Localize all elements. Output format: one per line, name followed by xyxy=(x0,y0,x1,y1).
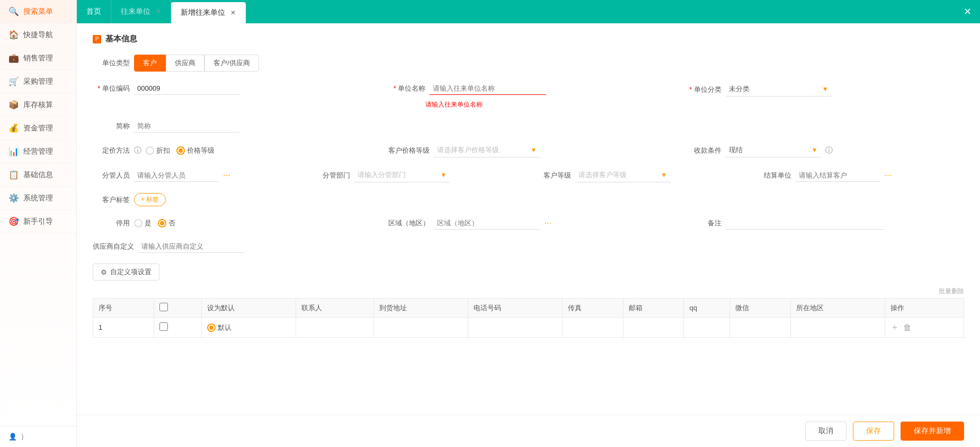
row-wechat xyxy=(730,318,791,338)
row-contact xyxy=(296,318,373,338)
sidebar-item-guide[interactable]: 🎯 新手引导 xyxy=(0,210,76,233)
home-icon: 🏠 xyxy=(8,30,19,40)
tab-bar: 首页 往来单位 ✕ 新增往来单位 ✕ ✕ xyxy=(77,0,980,23)
customer-level-label: 客户等级 xyxy=(534,171,571,180)
disabled-radio-group: 是 否 xyxy=(134,218,175,228)
unit-name-label: 单位名称 xyxy=(388,84,425,93)
sidebar-item-basic[interactable]: 📋 基础信息 xyxy=(0,163,76,187)
supplier-custom-input[interactable] xyxy=(138,240,244,253)
col-default: 设为默认 xyxy=(202,299,296,318)
sidebar-item-system[interactable]: ⚙️ 系统管理 xyxy=(0,187,76,210)
section-title: 基本信息 xyxy=(105,34,137,44)
customer-tag-label: 客户标签 xyxy=(93,195,130,205)
sidebar-item-finance[interactable]: 💰 资金管理 xyxy=(0,117,76,140)
tab-home[interactable]: 首页 xyxy=(77,0,111,23)
region-dots-btn[interactable]: ··· xyxy=(544,218,551,228)
settlement-dots-btn[interactable]: ··· xyxy=(885,171,892,180)
level-radio-circle xyxy=(176,146,185,155)
type-btn-supplier[interactable]: 供应商 xyxy=(166,55,204,72)
customer-level-group: 客户等级 请选择客户等级 ▼ xyxy=(534,168,744,182)
region-label: 区域（地区） xyxy=(388,218,430,228)
sidebar: 🔍 搜索菜单 🏠 快捷导航 💼 销售管理 🛒 采购管理 📦 库存核算 💰 资金管… xyxy=(0,0,77,447)
col-fax: 传真 xyxy=(563,299,623,318)
search-icon: 🔍 xyxy=(8,6,19,16)
payment-info-icon[interactable]: ⓘ xyxy=(825,146,833,155)
disabled-no-radio[interactable]: 否 xyxy=(158,218,175,228)
unit-code-label: 单位编码 xyxy=(93,84,130,93)
unit-code-group: 单位编码 xyxy=(93,82,372,95)
row-add-button[interactable]: ＋ xyxy=(890,322,899,333)
default-radio[interactable]: 默认 xyxy=(207,323,290,332)
save-button[interactable]: 保存 xyxy=(853,422,894,441)
guide-icon: 🎯 xyxy=(8,216,19,226)
custom-settings-button[interactable]: ⚙ 自定义项设置 xyxy=(93,264,159,281)
pricing-info-icon[interactable]: ⓘ xyxy=(134,146,141,155)
pricing-level-radio[interactable]: 价格等级 xyxy=(176,146,215,155)
cancel-button[interactable]: 取消 xyxy=(805,422,847,441)
save-add-button[interactable]: 保存并新增 xyxy=(901,422,964,441)
dept-arrow-icon: ▼ xyxy=(440,171,447,179)
unit-name-input[interactable] xyxy=(430,82,546,95)
section-header: P 基本信息 xyxy=(93,34,964,44)
sidebar-item-inventory[interactable]: 📦 库存核算 xyxy=(0,93,76,117)
select-all-checkbox[interactable] xyxy=(159,303,168,311)
disabled-yes-radio[interactable]: 是 xyxy=(134,218,152,228)
short-name-input[interactable] xyxy=(134,120,240,133)
pricing-row: 定价方法 ⓘ 折扣 价格等级 客户价格等级 请选择客户价格等级 xyxy=(93,143,964,157)
department-select[interactable]: 请输入分管部门 ▼ xyxy=(354,168,450,182)
category-arrow-icon: ▼ xyxy=(822,85,828,93)
system-icon: ⚙️ xyxy=(8,193,19,203)
window-close-button[interactable]: ✕ xyxy=(955,0,980,23)
row-action-buttons: ＋ 🗑 xyxy=(890,322,958,333)
sales-icon: 💼 xyxy=(8,53,19,63)
no-radio-circle xyxy=(158,219,166,227)
unit-category-select[interactable]: 未分类 ▼ xyxy=(726,82,832,97)
tab-new-partner-close[interactable]: ✕ xyxy=(230,9,236,16)
yes-radio-circle xyxy=(134,219,142,227)
unit-main-row: 单位编码 单位名称 请输入往来单位名称 单位分类 未分类 ▼ xyxy=(93,82,964,109)
short-name-row: 简称 xyxy=(93,120,964,133)
short-name-group: 简称 xyxy=(93,120,964,133)
settings-gear-icon: ⚙ xyxy=(101,268,107,276)
col-phone: 电话号码 xyxy=(468,299,562,318)
settlement-unit-input[interactable] xyxy=(796,169,880,182)
disabled-row: 停用 是 否 区域（地区） ··· 备注 xyxy=(93,217,964,230)
sidebar-item-shortcut[interactable]: 🏠 快捷导航 xyxy=(0,23,76,47)
region-group: 区域（地区） ··· xyxy=(388,217,668,230)
manager-input[interactable] xyxy=(134,169,219,182)
add-tag-button[interactable]: + 标签 xyxy=(134,193,166,206)
pricing-method-label: 定价方法 xyxy=(93,146,130,155)
form-content: P 基本信息 单位类型 客户 供应商 客户/供应商 单位编码 单位名称 xyxy=(77,23,980,415)
row-checkbox[interactable] xyxy=(159,322,168,331)
type-btn-customer[interactable]: 客户 xyxy=(134,55,166,72)
col-address: 到货地址 xyxy=(373,299,468,318)
batch-delete-button[interactable]: 批量删除 xyxy=(939,287,964,296)
sidebar-item-operation[interactable]: 📊 经营管理 xyxy=(0,140,76,163)
customer-price-level-select[interactable]: 请选择客户价格等级 ▼ xyxy=(434,143,540,157)
pricing-discount-radio[interactable]: 折扣 xyxy=(146,146,170,155)
default-radio-circle xyxy=(207,323,216,332)
inventory-icon: 📦 xyxy=(8,100,19,110)
payment-terms-select[interactable]: 现结 ▼ xyxy=(726,143,821,157)
region-input[interactable] xyxy=(434,217,540,230)
type-btn-both[interactable]: 客户/供应商 xyxy=(204,55,259,72)
unit-type-group: 单位类型 客户 供应商 客户/供应商 xyxy=(93,55,964,72)
payment-terms-label: 收款条件 xyxy=(684,146,721,155)
sidebar-item-purchase[interactable]: 🛒 采购管理 xyxy=(0,70,76,93)
remark-input[interactable] xyxy=(726,217,885,230)
customer-level-select[interactable]: 请选择客户等级 ▼ xyxy=(575,168,671,182)
section-icon: P xyxy=(93,35,101,43)
sidebar-item-sales[interactable]: 💼 销售管理 xyxy=(0,47,76,70)
row-delete-button[interactable]: 🗑 xyxy=(903,323,912,332)
tab-new-partner[interactable]: 新增往来单位 ✕ xyxy=(171,2,246,23)
sidebar-item-search[interactable]: 🔍 搜索菜单 xyxy=(0,0,76,23)
col-action: 操作 xyxy=(885,299,964,318)
tab-partner[interactable]: 往来单位 ✕ xyxy=(111,0,171,23)
tab-partner-close[interactable]: ✕ xyxy=(156,8,161,15)
manager-label: 分管人员 xyxy=(93,171,130,180)
customer-tag-group: 客户标签 + 标签 xyxy=(93,193,964,206)
manager-dots-btn[interactable]: ··· xyxy=(223,171,230,180)
contacts-table: 序号 设为默认 联系人 到货地址 电话号码 传真 邮箱 qq 微信 所在地区 操… xyxy=(93,298,964,338)
unit-code-input[interactable] xyxy=(134,82,240,95)
remark-label: 备注 xyxy=(684,218,721,228)
